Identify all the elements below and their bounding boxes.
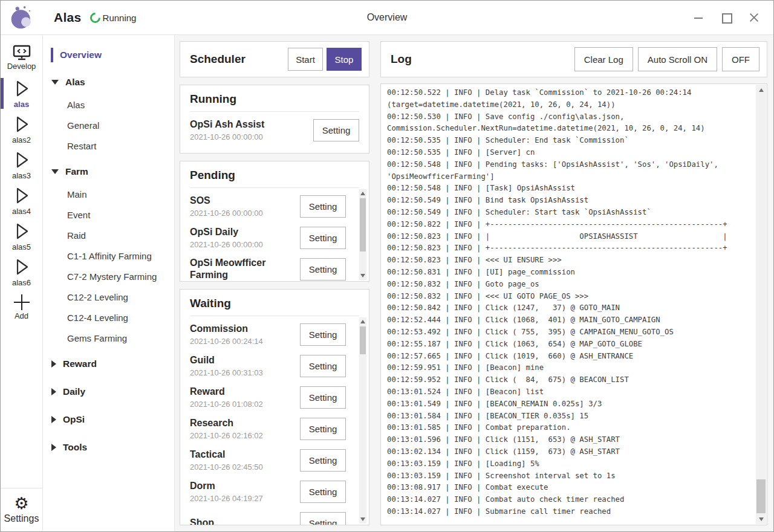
nav-group-label: Farm [65, 166, 88, 177]
nav-item-c1-1-affinity-farming[interactable]: C1-1 Affinity Farming [43, 245, 174, 266]
play-icon [12, 79, 31, 99]
nav-group-label: OpSi [63, 414, 85, 425]
scrollbar[interactable] [359, 317, 366, 524]
rail-item-alas6[interactable]: alas6 [1, 254, 42, 290]
scroll-up-arrow[interactable] [756, 85, 766, 95]
task-setting-button[interactable]: Setting [300, 418, 346, 440]
log-line: 00:13:08.917 | INFO | Combat execute [387, 482, 751, 494]
page-title: Overview [367, 12, 408, 23]
close-icon[interactable] [749, 13, 759, 22]
nav-group-reward[interactable]: Reward [43, 352, 174, 376]
clear-log-button[interactable]: Clear Log [574, 47, 633, 71]
scrollbar-thumb[interactable] [360, 326, 366, 354]
rail-item-label: alas2 [12, 135, 31, 144]
scroll-up-arrow[interactable] [359, 189, 366, 198]
rail-item-alas4[interactable]: alas4 [1, 183, 42, 218]
task-setting-button[interactable]: Setting [300, 512, 346, 525]
task-setting-button[interactable]: Setting [300, 481, 346, 503]
log-line: 00:13:01.524 | INFO | [Beacon] list [387, 386, 751, 398]
log-line: 00:13:01.549 | INFO | [BEACON_REMAIN 0.0… [387, 398, 751, 410]
play-icon [12, 257, 31, 277]
task-setting-button[interactable]: Setting [300, 227, 346, 249]
nav-group-farm[interactable]: Farm [43, 160, 174, 184]
task-item: Dorm 2021-10-26 04:19:27 Setting [190, 476, 359, 507]
log-panel[interactable]: 00:12:50.522 | INFO | Delay task `Commis… [380, 83, 767, 525]
waiting-title: Waiting [190, 297, 231, 310]
nav-item-c7-2-mystery-farming[interactable]: C7-2 Mystery Farming [43, 266, 174, 287]
task-setting-button[interactable]: Setting [300, 386, 346, 409]
log-line: 00:12:57.665 | INFO | Click (1019, 660) … [387, 351, 751, 363]
rail-item-alas5[interactable]: alas5 [1, 218, 42, 254]
task-setting-button[interactable]: Setting [300, 323, 346, 346]
add-instance-button[interactable]: Add [1, 290, 42, 325]
nav-item-raid[interactable]: Raid [43, 225, 174, 245]
scroll-down-arrow[interactable] [359, 271, 366, 280]
nav-item-event[interactable]: Event [43, 204, 174, 225]
nav-item-overview[interactable]: Overview [43, 44, 174, 66]
pending-panel: Pending SOS 2021-10-26 00:00:00 Setting … [180, 161, 369, 282]
waiting-panel: Waiting Commission 2021-10-26 00:24:14 S… [180, 289, 369, 525]
nav-item-c12-4-leveling[interactable]: C12-4 Leveling [43, 307, 174, 328]
log-line: 00:12:59.952 | INFO | Click ( 84, 675) @… [387, 374, 751, 386]
task-item: Research 2021-10-26 02:16:02 Setting [190, 413, 359, 444]
rail-item-alas3[interactable]: alas3 [1, 147, 42, 183]
rail-item-label: Settings [4, 513, 39, 524]
plus-icon [14, 294, 30, 310]
task-setting-button[interactable]: Setting [300, 449, 346, 472]
log-line: 00:12:50.530 | INFO | Save config ./conf… [387, 111, 751, 123]
rail-item-alas[interactable]: alas [1, 76, 42, 111]
log-line: 'OpsiMeowfficerFarming'] [387, 171, 751, 183]
running-title: Running [190, 92, 236, 105]
task-setting-button[interactable]: Setting [300, 355, 346, 377]
waiting-list[interactable]: Commission 2021-10-26 00:24:14 Setting G… [180, 316, 369, 525]
nav-item-general[interactable]: General [43, 115, 174, 135]
stop-button[interactable]: Stop [327, 48, 362, 71]
scheduler-column: Scheduler Start Stop Running OpSi Ash As… [175, 35, 374, 531]
nav-item-label: Overview [60, 50, 102, 60]
scrollbar-thumb[interactable] [756, 479, 766, 513]
nav-group-label: Alas [65, 77, 85, 88]
start-button[interactable]: Start [288, 48, 323, 71]
task-item: SOS 2021-10-26 00:00:00 Setting [190, 190, 359, 222]
rail-item-alas2[interactable]: alas2 [1, 111, 42, 147]
nav-item-restart[interactable]: Restart [43, 135, 174, 156]
log-line: 00:12:50.549 | INFO | Scheduler: Start t… [387, 207, 751, 219]
log-line: 00:12:55.187 | INFO | Click (1063, 654) … [387, 339, 751, 351]
scrollbar[interactable] [756, 85, 766, 524]
task-setting-button[interactable]: Setting [300, 195, 346, 218]
rail-item-develop[interactable]: Develop [1, 40, 42, 76]
scrollbar-thumb[interactable] [360, 198, 366, 251]
scroll-down-arrow[interactable] [756, 514, 766, 524]
task-setting-button[interactable]: Setting [300, 258, 346, 281]
triangle-right-icon [51, 360, 56, 368]
nav-group-alas[interactable]: Alas [43, 70, 174, 94]
nav-group-tools[interactable]: Tools [43, 435, 174, 459]
scroll-up-arrow[interactable] [359, 317, 366, 326]
task-item: OpSi Ash Assist 2021-10-26 00:00:00 Sett… [190, 114, 359, 146]
triangle-down-icon [51, 169, 59, 174]
log-line: 00:12:50.823 | INFO | <<< UI ENSURE >>> [387, 255, 751, 267]
log-line: 00:13:03.159 | INFO | Screenshot interva… [387, 470, 751, 482]
nav-item-gems-farming[interactable]: Gems Farming [43, 328, 174, 348]
scroll-down-arrow[interactable] [359, 515, 366, 524]
minimize-icon[interactable] [694, 13, 703, 22]
scrollbar[interactable] [359, 189, 366, 280]
nav-item-alas[interactable]: Alas [43, 94, 174, 115]
task-setting-button[interactable]: Setting [313, 119, 359, 141]
log-line: 00:12:53.492 | INFO | Click ( 755, 395) … [387, 326, 751, 339]
nav-item-c12-2-leveling[interactable]: C12-2 Leveling [43, 287, 174, 307]
nav-group-daily[interactable]: Daily [43, 380, 174, 404]
settings-button[interactable]: ⚙ Settings [1, 488, 42, 531]
task-item: Reward 2021-10-26 01:08:02 Setting [190, 381, 359, 413]
triangle-down-icon [51, 80, 59, 85]
log-line: 00:12:50.823 | INFO | | OPSIASHASSIST | [387, 231, 751, 243]
rail-item-label: alas6 [12, 278, 31, 287]
auto-scroll-off-button[interactable]: OFF [722, 47, 759, 71]
rail-item-label: Develop [7, 62, 36, 71]
task-name: Reward [190, 386, 296, 398]
nav-item-main[interactable]: Main [43, 184, 174, 204]
pending-list[interactable]: SOS 2021-10-26 00:00:00 Setting OpSi Dai… [180, 188, 369, 281]
nav-group-opsi[interactable]: OpSi [43, 407, 174, 432]
maximize-icon[interactable] [721, 13, 731, 22]
auto-scroll-on-button[interactable]: Auto Scroll ON [638, 47, 717, 71]
